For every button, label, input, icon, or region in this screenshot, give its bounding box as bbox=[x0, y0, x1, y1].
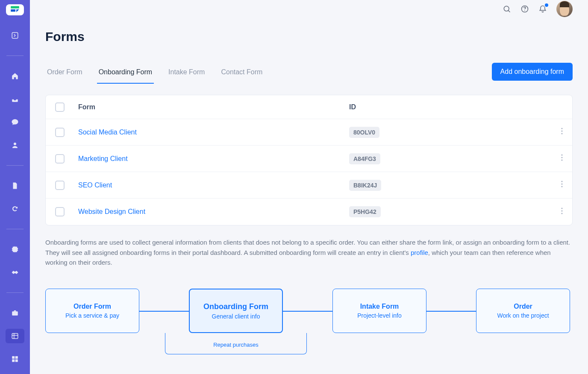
svg-rect-4 bbox=[12, 311, 18, 316]
more-vertical-icon bbox=[561, 128, 563, 134]
grid-icon bbox=[11, 355, 19, 363]
svg-point-25 bbox=[561, 186, 562, 187]
form-link[interactable]: Website Design Client bbox=[78, 208, 145, 215]
tab-contact-form[interactable]: Contact Form bbox=[219, 64, 264, 84]
sidebar-forms[interactable] bbox=[6, 329, 24, 343]
wf-sub: General client info bbox=[212, 313, 260, 320]
svg-rect-10 bbox=[15, 356, 18, 359]
inbox-icon bbox=[11, 95, 19, 103]
handshake-icon bbox=[11, 269, 19, 276]
wf-repeat-label: Repeat purchases bbox=[213, 342, 259, 348]
svg-rect-6 bbox=[12, 333, 18, 339]
form-id-badge: P5HG42 bbox=[349, 206, 381, 217]
svg-point-28 bbox=[561, 213, 562, 214]
row-checkbox[interactable] bbox=[55, 207, 65, 216]
form-link[interactable]: SEO Client bbox=[78, 181, 112, 189]
table-row: Social Media Client 80OLV0 bbox=[46, 119, 572, 146]
wf-order-form: Order Form Pick a service & pay bbox=[45, 289, 139, 333]
sidebar-briefcase[interactable] bbox=[6, 306, 24, 320]
wf-repeat-box: Repeat purchases bbox=[165, 333, 307, 354]
row-actions-menu[interactable] bbox=[561, 128, 563, 136]
form-id-badge: A84FG3 bbox=[349, 153, 380, 164]
more-vertical-icon bbox=[561, 181, 563, 187]
notification-dot bbox=[544, 3, 549, 8]
content: Forms Order Form Onboarding Form Intake … bbox=[30, 18, 588, 374]
row-actions-menu[interactable] bbox=[561, 154, 563, 163]
wf-onboarding-form: Onboarding Form General client info bbox=[189, 289, 283, 333]
table-row: Marketing Client A84FG3 bbox=[46, 146, 572, 172]
svg-point-27 bbox=[561, 210, 562, 211]
tab-intake-form[interactable]: Intake Form bbox=[167, 64, 206, 84]
home-icon bbox=[11, 72, 19, 80]
wf-title: Onboarding Form bbox=[203, 302, 268, 311]
search-button[interactable] bbox=[503, 5, 511, 13]
profile-link[interactable]: profile bbox=[411, 249, 428, 256]
main: Forms Order Form Onboarding Form Intake … bbox=[30, 0, 588, 374]
badge-icon bbox=[11, 245, 19, 253]
form-id-badge: 80OLV0 bbox=[349, 127, 379, 138]
row-checkbox[interactable] bbox=[55, 154, 65, 164]
svg-point-18 bbox=[561, 131, 562, 132]
svg-rect-11 bbox=[12, 359, 15, 362]
logo-icon bbox=[9, 4, 21, 15]
wf-line bbox=[139, 311, 189, 312]
svg-line-14 bbox=[508, 10, 510, 12]
sidebar-file[interactable] bbox=[6, 178, 24, 193]
wf-line bbox=[426, 311, 476, 312]
add-onboarding-form-button[interactable]: Add onboarding form bbox=[492, 63, 573, 81]
wf-intake-form: Intake Form Project-level info bbox=[332, 289, 426, 333]
table-row: Website Design Client P5HG42 bbox=[46, 199, 572, 225]
svg-point-16 bbox=[524, 10, 525, 11]
row-checkbox[interactable] bbox=[55, 128, 65, 137]
svg-rect-5 bbox=[14, 310, 16, 311]
svg-point-19 bbox=[561, 133, 562, 134]
more-vertical-icon bbox=[561, 154, 563, 161]
sidebar-user[interactable] bbox=[6, 138, 24, 152]
sidebar bbox=[0, 0, 30, 374]
help-text: Onboarding forms are used to collect gen… bbox=[45, 237, 573, 267]
help-button[interactable] bbox=[520, 5, 529, 13]
sidebar-expand[interactable] bbox=[6, 28, 24, 43]
notifications-button[interactable] bbox=[538, 5, 547, 13]
help-icon bbox=[520, 5, 529, 13]
svg-point-3 bbox=[14, 143, 16, 145]
table-icon bbox=[11, 332, 19, 340]
tab-order-form[interactable]: Order Form bbox=[45, 64, 84, 84]
svg-rect-1 bbox=[11, 9, 15, 12]
svg-point-26 bbox=[561, 207, 562, 209]
workflow-diagram: Order Form Pick a service & pay Onboardi… bbox=[45, 289, 573, 357]
sidebar-inbox[interactable] bbox=[6, 92, 24, 106]
row-checkbox[interactable] bbox=[55, 181, 65, 190]
form-link[interactable]: Social Media Client bbox=[78, 129, 137, 136]
wf-sub: Project-level info bbox=[357, 312, 402, 319]
user-avatar[interactable] bbox=[556, 1, 573, 17]
app-logo[interactable] bbox=[6, 4, 24, 15]
svg-rect-0 bbox=[11, 6, 19, 8]
select-all-checkbox[interactable] bbox=[55, 102, 65, 112]
header-id: ID bbox=[349, 103, 546, 111]
wf-title: Order Form bbox=[74, 303, 111, 310]
table-header: Form ID bbox=[46, 95, 572, 119]
sidebar-apps[interactable] bbox=[6, 352, 24, 366]
form-link[interactable]: Marketing Client bbox=[78, 155, 128, 162]
topbar bbox=[30, 0, 588, 18]
wf-line bbox=[283, 311, 332, 312]
svg-point-13 bbox=[504, 6, 509, 11]
tab-onboarding-form[interactable]: Onboarding Form bbox=[97, 64, 154, 84]
wf-title: Intake Form bbox=[360, 303, 399, 310]
row-actions-menu[interactable] bbox=[561, 181, 563, 189]
tabs-row: Order Form Onboarding Form Intake Form C… bbox=[45, 63, 573, 84]
row-actions-menu[interactable] bbox=[561, 207, 563, 216]
wf-sub: Work on the project bbox=[497, 312, 549, 319]
sidebar-home[interactable] bbox=[6, 69, 24, 83]
sidebar-refresh[interactable] bbox=[6, 202, 24, 216]
svg-point-24 bbox=[561, 184, 562, 185]
svg-rect-9 bbox=[12, 356, 15, 359]
sidebar-handshake[interactable] bbox=[6, 265, 24, 280]
user-icon bbox=[11, 141, 19, 149]
sidebar-chat[interactable] bbox=[6, 115, 24, 129]
file-icon bbox=[11, 182, 19, 190]
svg-point-21 bbox=[561, 157, 562, 158]
chat-icon bbox=[11, 118, 19, 126]
sidebar-discount[interactable] bbox=[6, 242, 24, 257]
